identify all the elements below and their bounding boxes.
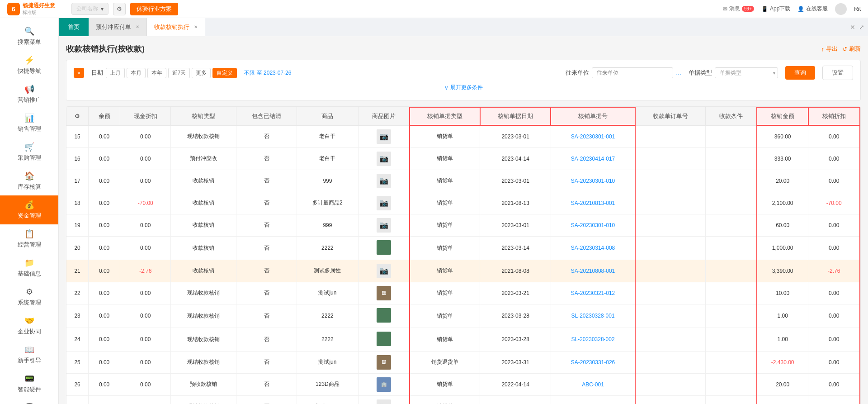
sidebar-item-marketing[interactable]: 📢 营销推广 xyxy=(0,80,58,109)
close-icon[interactable]: ✕ xyxy=(136,24,139,29)
sidebar-item-search[interactable]: 🔍 搜索菜单 xyxy=(0,22,58,51)
sidebar-label-marketing: 营销推广 xyxy=(18,96,41,104)
more-options-icon[interactable]: ... xyxy=(676,69,681,76)
date-more[interactable]: 更多 xyxy=(192,68,211,78)
page-header: 收款核销执行(按收款) ↑ 导出 ↺ 刷新 xyxy=(66,43,861,54)
close-icon[interactable]: ✕ xyxy=(194,24,198,29)
bill-no-link[interactable]: SA-20230301-010 xyxy=(571,222,615,228)
row-cash-discount: 0.00 xyxy=(120,147,171,170)
bill-no-link[interactable]: SA-20230331-026 xyxy=(571,359,615,366)
query-button[interactable]: 查询 xyxy=(785,66,815,80)
sidebar-label-finance: 资金管理 xyxy=(18,212,41,220)
expand-conditions-button[interactable]: ∨ 展开更多条件 xyxy=(444,84,483,91)
partner-input[interactable] xyxy=(592,67,673,78)
date-this-month[interactable]: 本月 xyxy=(127,68,146,78)
row-bill-type: 销货单 xyxy=(410,260,480,282)
row-bill-no: SA-20230301-001 xyxy=(551,125,635,147)
bill-no-link[interactable]: SA-20230314-008 xyxy=(571,245,615,251)
row-balance: 0.00 xyxy=(89,147,120,170)
th-bill-type: 核销单据类型 xyxy=(410,107,480,125)
sidebar-item-basic[interactable]: 📁 基础信息 xyxy=(0,253,58,282)
tab-receipt[interactable]: 收款核销执行 ✕ xyxy=(147,18,205,36)
sidebar-item-guide[interactable]: 📖 新手引导 xyxy=(0,340,58,369)
date-custom[interactable]: 自定义 xyxy=(212,68,237,78)
messages-button[interactable]: ✉ 消息 99+ xyxy=(723,5,754,13)
refresh-button[interactable]: ↺ 刷新 xyxy=(842,45,861,53)
settings-icon: ⚙ xyxy=(75,113,80,119)
maximize-icon[interactable]: ⤢ xyxy=(859,24,864,31)
row-cash-discount: 0.00 xyxy=(120,214,171,236)
sidebar-item-hardware[interactable]: 📟 智能硬件 xyxy=(0,369,58,398)
th-settings[interactable]: ⚙ xyxy=(66,107,89,125)
bill-no-link[interactable]: SA-20230301-001 xyxy=(571,133,615,140)
row-goods: 测试多属性 xyxy=(297,260,358,282)
avatar[interactable] xyxy=(835,3,847,15)
bill-no-link[interactable]: SA-20230301-010 xyxy=(571,178,615,184)
sidebar-item-sales[interactable]: 📊 销售管理 xyxy=(0,109,58,138)
row-receipt-cond xyxy=(706,282,757,304)
app-download-button[interactable]: 📱 App下载 xyxy=(761,5,790,13)
th-bill-date: 核销单据日期 xyxy=(480,107,551,125)
online-service-button[interactable]: 👤 在线客服 xyxy=(797,5,828,13)
sidebar-item-system[interactable]: ⚙ 系统管理 xyxy=(0,282,58,311)
bill-no-link[interactable]: ABC-001 xyxy=(582,381,604,388)
sidebar-item-wechat[interactable]: 💬 企业微信 xyxy=(0,398,58,404)
sidebar-item-purchase[interactable]: 🛒 采购管理 xyxy=(0,138,58,166)
table-row: 20 0.00 0.00 收款核销 否 2222 销货单 2023-03-14 … xyxy=(66,236,860,260)
row-cancel-type: 现结收款核销 xyxy=(171,351,236,373)
date-last-month[interactable]: 上月 xyxy=(106,68,125,78)
collapse-button[interactable]: » xyxy=(74,68,84,78)
row-cash-discount: 0.00 xyxy=(120,282,171,304)
goods-thumbnail xyxy=(377,240,391,255)
bill-no-link[interactable]: SA-20210813-001 xyxy=(571,200,615,206)
gear-button[interactable]: ⚙ xyxy=(113,3,126,15)
sidebar-item-collab[interactable]: 🤝 企业协同 xyxy=(0,311,58,340)
sidebar-item-finance[interactable]: 💰 资金管理 xyxy=(0,195,58,224)
date-this-year[interactable]: 本年 xyxy=(147,68,166,78)
row-cancel-type: 收款核销 xyxy=(171,192,236,214)
row-cash-discount: -70.00 xyxy=(120,192,171,214)
row-cancel-discount: 0.00 xyxy=(808,373,860,395)
table-row: 18 0.00 -70.00 收款核销 否 多计量商品2 📷 销货单 2021-… xyxy=(66,192,860,214)
row-receipt-cond xyxy=(706,373,757,395)
tab-home[interactable]: 首页 xyxy=(59,18,89,36)
bill-no-link[interactable]: SL-20230328-001 xyxy=(571,313,615,319)
date-7days[interactable]: 近7天 xyxy=(168,68,190,78)
top-bar-right: ✉ 消息 99+ 📱 App下载 👤 在线客服 Rit xyxy=(723,3,861,15)
row-bill-date: 2023-03-28 xyxy=(480,304,551,328)
row-bill-type: 销货单 xyxy=(410,304,480,328)
export-button[interactable]: ↑ 导出 xyxy=(821,45,838,53)
sidebar-item-inventory[interactable]: 🏠 库存核算 xyxy=(0,166,58,195)
goods-thumbnail: 📷 xyxy=(377,152,391,166)
row-receipt-cond xyxy=(706,328,757,351)
row-bill-no: SL-20230328-002 xyxy=(551,328,635,351)
sidebar-item-operations[interactable]: 📋 经营管理 xyxy=(0,224,58,253)
company-selector[interactable]: 公司名称 ▾ xyxy=(71,3,108,15)
row-include-cleared: 否 xyxy=(236,304,297,328)
bill-no-link[interactable]: SA-20230321-012 xyxy=(571,290,615,296)
row-cancel-discount: 0.00 xyxy=(808,282,860,304)
row-include-cleared: 否 xyxy=(236,395,297,404)
top-bar: 6 畅捷通好生意 标准版 公司名称 ▾ ⚙ 休验行业方案 ✉ 消息 99+ 📱 … xyxy=(0,0,868,18)
row-id: 22 xyxy=(66,282,89,304)
bill-no-link[interactable]: SA-20210808-001 xyxy=(571,268,615,274)
bill-no-link[interactable]: SA-20230414-017 xyxy=(571,156,615,162)
tab-prepay[interactable]: 预付冲应付单 ✕ xyxy=(89,18,147,36)
bill-type-select[interactable]: 单据类型 xyxy=(715,67,778,78)
row-cancel-discount: 0.00 xyxy=(808,351,860,373)
sidebar-label-basic: 基础信息 xyxy=(18,270,41,278)
bill-no-link[interactable]: SL-20230328-002 xyxy=(571,336,615,342)
row-bill-date: 2021-08-08 xyxy=(480,260,551,282)
industry-button[interactable]: 休验行业方案 xyxy=(130,3,178,15)
close-window-icon[interactable]: ✕ xyxy=(850,24,855,31)
sidebar-label-sales: 销售管理 xyxy=(18,125,41,133)
th-bill-no: 核销单据号 xyxy=(551,107,635,125)
sidebar-item-nav[interactable]: ⚡ 快捷导航 xyxy=(0,51,58,80)
row-balance: 0.00 xyxy=(89,373,120,395)
goods-thumbnail: 📷 xyxy=(377,218,391,233)
setting-button[interactable]: 设置 xyxy=(822,66,853,80)
row-receipt-order xyxy=(635,304,705,328)
row-cancel-amount: 10.00 xyxy=(757,282,808,304)
row-cash-discount: 0.00 xyxy=(120,328,171,351)
row-goods-img: 🏢 xyxy=(359,373,410,395)
